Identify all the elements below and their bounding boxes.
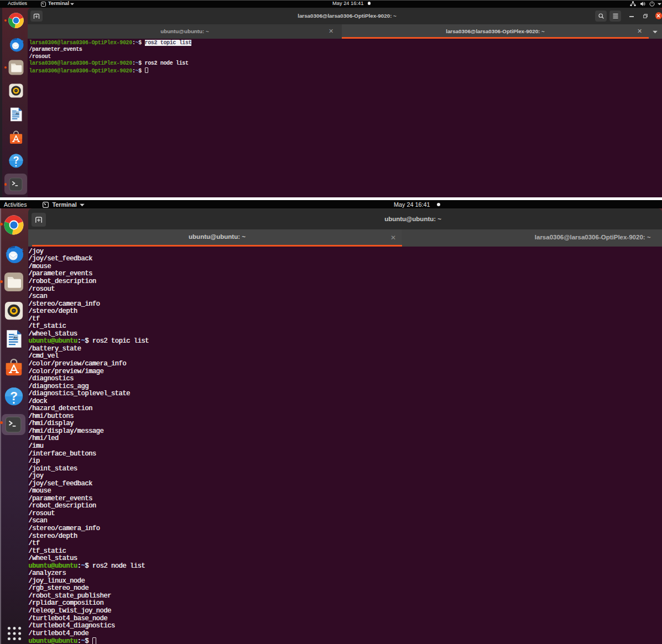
svg-text:?: ? (10, 389, 18, 402)
svg-text:?: ? (13, 155, 19, 166)
